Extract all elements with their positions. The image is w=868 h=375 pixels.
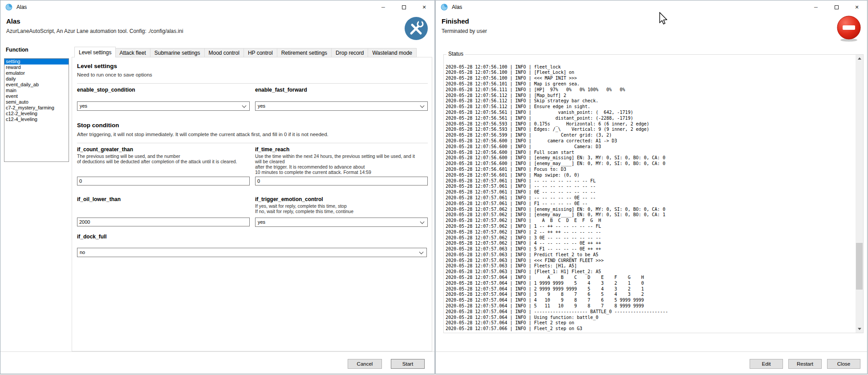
settings-tab[interactable]: HP control — [244, 48, 277, 57]
alas-logo-icon — [441, 4, 448, 11]
log-scrollbar[interactable] — [856, 55, 863, 333]
section-subtitle-level-settings: Need to run once to save options — [77, 72, 152, 77]
settings-tab[interactable]: Retirement settings — [277, 48, 332, 57]
log-line: 2020-05-28 12:07:56.112 | INFO | Ensure … — [446, 104, 848, 110]
function-list-item[interactable]: event — [4, 93, 69, 99]
function-list-item[interactable]: reward — [4, 65, 69, 70]
function-list-item[interactable]: emulator — [4, 70, 69, 76]
app-header-title: Alas — [6, 17, 20, 25]
if-dock-full-select[interactable]: no — [77, 248, 427, 257]
log-line: 2020-05-28 12:07:56.599 | INFO | Center … — [446, 133, 848, 138]
log-lines: 2020-05-28 12:07:56.100 | INFO | fleet_l… — [446, 65, 848, 332]
function-list-item[interactable]: main — [4, 88, 69, 93]
function-list-item[interactable]: c12-4_leveling — [4, 117, 69, 122]
log-line: 2020-05-28 12:07:56.600 | INFO | [enemy_… — [446, 161, 848, 167]
close-button[interactable]: ✕ — [847, 0, 867, 14]
cancel-button[interactable]: Cancel — [348, 359, 382, 369]
titlebar[interactable]: Alas ─ ✕ — [436, 0, 867, 14]
maximize-icon — [835, 5, 839, 9]
label-if-trigger-emotion-control: if_trigger_emotion_control — [255, 196, 323, 202]
log-line: 2020-05-28 12:07:56.100 | INFO | fleet_l… — [446, 65, 848, 70]
function-list: settingrewardemulatordailyevent_daily_ab… — [4, 58, 69, 162]
log-line: 2020-05-28 12:07:56.561 | INFO | distant… — [446, 116, 848, 121]
function-list-item[interactable]: semi_auto — [4, 99, 69, 105]
help-if-trigger-emotion-control: If yes, wait for reply, complete this ti… — [255, 203, 430, 214]
if-time-reach-input[interactable] — [255, 177, 428, 185]
if-trigger-emotion-control-select[interactable]: yes — [255, 218, 428, 227]
enable-fast-forward-select[interactable]: yes — [255, 101, 428, 111]
settings-tab[interactable]: Drop record — [332, 48, 368, 57]
window-title: Alas — [16, 0, 27, 14]
chevron-down-icon — [242, 104, 247, 108]
divider — [77, 83, 428, 84]
help-if-count-greater-than: The previous setting will be used, and t… — [77, 153, 251, 164]
close-button[interactable]: ✕ — [414, 0, 434, 14]
enable-stop-condition-select[interactable]: yes — [77, 101, 250, 111]
scrollbar-thumb[interactable] — [856, 243, 863, 290]
function-list-item[interactable]: setting — [4, 59, 69, 65]
function-list-item[interactable]: event_daily_ab — [4, 82, 69, 88]
mouse-cursor — [658, 12, 667, 25]
log-line: 2020-05-28 12:07:56.601 | INFO | Map swi… — [446, 173, 848, 178]
log-line: 2020-05-28 12:07:57.062 | INFO | 3 0E --… — [446, 235, 848, 241]
log-line: 2020-05-28 12:07:57.061 | INFO | -- -- -… — [446, 195, 848, 201]
log-line: 2020-05-28 12:07:57.061 | INFO | -- -- -… — [446, 178, 848, 184]
log-line: 2020-05-28 12:07:56.100 | INFO | [Fleet_… — [446, 70, 848, 76]
log-line: 2020-05-28 12:07:56.112 | INFO | [Map_bu… — [446, 93, 848, 99]
log-line: 2020-05-28 12:07:56.100 | INFO | <<< MAP… — [446, 76, 848, 81]
settings-tab[interactable]: Level settings — [74, 47, 116, 57]
label-enable-fast-forward: enable_fast_forward — [255, 87, 307, 93]
alas-log-window: Alas ─ ✕ Finished Terminated by user Sta… — [435, 0, 868, 374]
label-if-oil-lower-than: if_oil_lower_than — [77, 196, 121, 202]
minimize-button[interactable]: ─ — [373, 0, 393, 14]
start-button[interactable]: Start — [391, 359, 425, 369]
status-header-title: Finished — [442, 17, 469, 25]
edit-button[interactable]: Edit — [750, 359, 783, 369]
log-line: 2020-05-28 12:07:56.600 | INFO | Camera:… — [446, 144, 848, 150]
log-line: 2020-05-28 12:07:56.561 | INFO | vanish_… — [446, 110, 848, 116]
maximize-button[interactable] — [826, 0, 847, 14]
restart-button[interactable]: Restart — [788, 359, 822, 369]
alas-logo-icon — [5, 4, 12, 11]
titlebar[interactable]: Alas ─ ✕ — [0, 0, 434, 14]
if-oil-lower-than-input[interactable] — [77, 218, 250, 226]
scroll-down-icon — [858, 328, 861, 330]
log-line: 2020-05-28 12:07:57.064 | INFO | -------… — [446, 309, 848, 315]
log-line: 2020-05-28 12:07:57.062 | INFO | 1 -- ++… — [446, 224, 848, 230]
log-output[interactable]: 2020-05-28 12:07:56.100 | INFO | fleet_l… — [446, 56, 848, 332]
status-header-subtitle: Terminated by user — [442, 28, 487, 34]
log-line: 2020-05-28 12:07:57.064 | INFO | 1 9999 … — [446, 281, 848, 286]
log-line: 2020-05-28 12:07:56.593 | INFO | Edges: … — [446, 127, 848, 133]
log-line: 2020-05-28 12:07:57.062 | INFO | 2 -- ++… — [446, 230, 848, 235]
alas-settings-window: Alas ─ ✕ Alas AzurLaneAutoScript, An Azu… — [0, 0, 435, 374]
log-line: 2020-05-28 12:07:57.064 | INFO | 5 11 10… — [446, 303, 848, 309]
log-line: 2020-05-28 12:07:57.064 | INFO | 2 9999 … — [446, 286, 848, 292]
maximize-button[interactable] — [393, 0, 414, 14]
log-line: 2020-05-28 12:07:57.062 | INFO | [enemy_… — [446, 207, 848, 213]
section-subtitle-stop-condition: After triggering, it will not stop immed… — [77, 132, 329, 137]
log-line: 2020-05-28 12:07:57.061 | INFO | 0E -- -… — [446, 190, 848, 195]
close-log-button[interactable]: Close — [827, 359, 860, 369]
if-count-greater-than-input[interactable] — [77, 177, 250, 185]
minimize-button[interactable]: ─ — [806, 0, 826, 14]
log-line: 2020-05-28 12:07:57.061 | INFO | -- -- -… — [446, 184, 848, 190]
function-list-item[interactable]: c7-2_mystery_farming — [4, 105, 69, 111]
log-line: 2020-05-28 12:07:57.062 | INFO | [enemy_… — [446, 212, 848, 218]
log-line: 2020-05-28 12:07:57.063 | INFO | 5 F1 --… — [446, 246, 848, 252]
settings-tab[interactable]: Attack fleet — [115, 48, 150, 57]
settings-tabs: Level settingsAttack fleetSubmarine sett… — [74, 47, 417, 57]
label-enable-stop-condition: enable_stop_condition — [77, 87, 135, 93]
section-title-stop-condition: Stop condition — [77, 122, 119, 129]
settings-tab[interactable]: Mood control — [205, 48, 244, 57]
function-list-item[interactable]: daily — [4, 76, 69, 82]
scroll-up-icon — [858, 57, 861, 60]
function-list-item[interactable]: c12-2_leveling — [4, 111, 69, 117]
log-line: 2020-05-28 12:07:56.600 | INFO | [enemy_… — [446, 155, 848, 161]
log-line: 2020-05-28 12:07:56.111 | INFO | [HP] 97… — [446, 87, 848, 93]
scroll-down-button[interactable] — [856, 325, 863, 333]
scroll-up-button[interactable] — [856, 55, 863, 62]
log-line: 2020-05-28 12:07:57.064 | INFO | 4 10 9 … — [446, 298, 848, 303]
chevron-down-icon — [420, 104, 425, 108]
settings-tab[interactable]: Wasteland mode — [368, 48, 417, 57]
settings-tab[interactable]: Submarine settings — [150, 48, 205, 57]
